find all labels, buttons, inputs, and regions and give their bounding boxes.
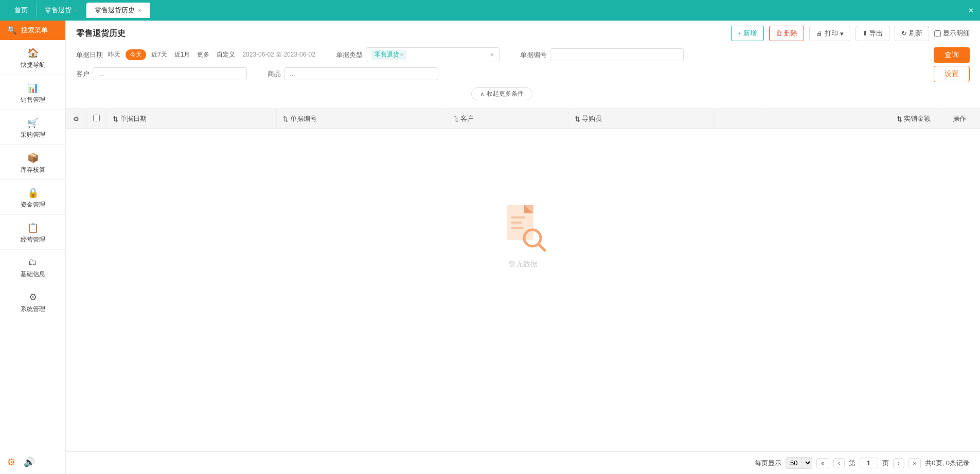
settings-bottom-icon[interactable]: ⚙: [7, 457, 15, 468]
show-detail-checkbox[interactable]: [934, 30, 941, 37]
window-close-button[interactable]: ✕: [968, 7, 974, 14]
sidebar-item-inventory[interactable]: 📦 库存核算: [0, 145, 65, 180]
th-bill-no: ⇅ 单据编号: [276, 109, 447, 129]
last-page-button[interactable]: »: [908, 458, 921, 468]
date-opt-7days[interactable]: 近7天: [149, 49, 169, 60]
sidebar-item-sales[interactable]: 📊 销售管理: [0, 75, 65, 110]
customer-label: 客户: [76, 69, 90, 79]
th-bill-date-sort-icon[interactable]: ⇅: [113, 115, 118, 123]
sales-icon: 📊: [27, 82, 39, 94]
action-buttons: 查询 设置: [934, 47, 970, 82]
query-button-label: 查询: [945, 50, 959, 59]
date-opt-custom[interactable]: 自定义: [215, 49, 237, 60]
filter-row-2: 客户 商品: [76, 67, 928, 80]
next-page-button[interactable]: ›: [893, 458, 904, 468]
th-customer-sort-icon[interactable]: ⇅: [453, 115, 459, 123]
sidebar-item-sales-label: 销售管理: [21, 96, 45, 104]
date-opt-yesterday[interactable]: 昨天: [106, 49, 122, 60]
new-button[interactable]: + 新增: [731, 26, 763, 41]
first-page-button[interactable]: «: [816, 458, 829, 468]
empty-text: 暂无数据: [509, 260, 538, 269]
bill-type-tag-close[interactable]: ×: [400, 52, 403, 58]
filter-settings-button[interactable]: 设置: [934, 66, 970, 82]
sidebar-item-finance[interactable]: 🔒 资金管理: [0, 180, 65, 215]
page-title: 零售退货历史: [76, 28, 126, 39]
toolbar: + 新增 🗑 删除 🖨 打印 ▾ ⬆ 导出 ↻ 刷新: [731, 26, 970, 41]
main-content: 零售退货历史 + 新增 🗑 删除 🖨 打印 ▾ ⬆ 导出: [66, 21, 980, 474]
audio-icon[interactable]: 🔊: [24, 457, 35, 468]
th-settings[interactable]: ⚙: [66, 109, 86, 129]
empty-state: 暂无数据: [66, 160, 980, 310]
empty-svg: [497, 201, 549, 252]
prev-page-button[interactable]: ‹: [833, 458, 845, 468]
tab-list: 首页 零售退货 × 零售退货历史 ×: [6, 3, 150, 18]
table-header-row: ⚙ ⇅ 单据日期 ⇅: [66, 109, 980, 129]
bill-type-select[interactable]: 零售退货 × ▾: [366, 47, 500, 62]
date-opt-today[interactable]: 今天: [126, 49, 146, 60]
th-amount-sort-icon[interactable]: ⇅: [897, 115, 902, 123]
show-detail-label: 显示明细: [943, 29, 970, 38]
collapse-button[interactable]: ∧ 收起更多条件: [471, 87, 532, 100]
bill-no-input[interactable]: [550, 48, 684, 61]
th-bill-no-label: 单据编号: [290, 114, 317, 123]
tab-retail-return-close[interactable]: ×: [75, 7, 78, 13]
sidebar-item-basic-info[interactable]: 🗂 基础信息: [0, 250, 65, 284]
inventory-icon: 📦: [27, 152, 39, 163]
customer-filter: 客户: [76, 67, 247, 80]
date-filter-label: 单据日期: [76, 50, 103, 60]
page-number-input[interactable]: [860, 458, 878, 468]
delete-button[interactable]: 🗑 删除: [769, 26, 805, 41]
empty-illustration: [497, 201, 549, 252]
print-button[interactable]: 🖨 打印 ▾: [809, 26, 850, 41]
th-customer-label: 客户: [460, 114, 474, 123]
system-icon: ⚙: [29, 291, 37, 303]
query-button[interactable]: 查询: [934, 47, 970, 63]
svg-rect-5: [511, 227, 524, 229]
sidebar-item-basic-info-label: 基础信息: [21, 270, 45, 279]
page-unit: 页: [882, 459, 889, 468]
sidebar-item-management[interactable]: 📋 经营管理: [0, 215, 65, 250]
goods-input[interactable]: [284, 67, 438, 80]
select-all-checkbox[interactable]: [93, 115, 100, 121]
management-icon: 📋: [27, 222, 39, 233]
date-filter: 单据日期 昨天 今天 近7天 近1月 更多 自定义 2023-06-02 至 2…: [76, 49, 315, 60]
basic-info-icon: 🗂: [28, 257, 38, 268]
page-title-row: 零售退货历史 + 新增 🗑 删除 🖨 打印 ▾ ⬆ 导出: [76, 26, 970, 41]
sidebar: 🔍 搜索菜单 🏠 快捷导航 📊 销售管理 🛒 采购管理 📦 库存核算 🔒 资金管…: [0, 21, 66, 474]
date-options: 昨天 今天 近7天 近1月 更多 自定义: [106, 49, 237, 60]
page-size-label: 每页显示: [755, 459, 781, 468]
tab-retail-return-history[interactable]: 零售退货历史 ×: [86, 3, 150, 18]
date-opt-1month[interactable]: 近1月: [172, 49, 192, 60]
bill-type-tag: 零售退货 ×: [371, 50, 406, 60]
table-footer: 每页显示 50 20 100 « ‹ 第 页 › » 共0页, 0条记录: [66, 451, 980, 474]
tab-home[interactable]: 首页: [6, 3, 37, 18]
th-checkbox: [86, 109, 106, 129]
th-bill-no-sort-icon[interactable]: ⇅: [283, 115, 289, 123]
sidebar-item-quick-nav-label: 快捷导航: [21, 61, 45, 69]
tab-retail-return-history-label: 零售退货历史: [95, 6, 135, 15]
empty-state-row: 暂无数据: [66, 129, 980, 341]
svg-rect-3: [511, 216, 525, 218]
search-menu-button[interactable]: 🔍 搜索菜单: [0, 21, 65, 40]
page-size-select[interactable]: 50 20 100: [786, 457, 812, 469]
th-bill-date: ⇅ 单据日期: [106, 109, 276, 129]
sidebar-item-system[interactable]: ⚙ 系统管理: [0, 284, 65, 319]
filter-row-1: 单据日期 昨天 今天 近7天 近1月 更多 自定义 2023-06-02 至 2…: [76, 47, 928, 62]
tab-retail-return[interactable]: 零售退货 ×: [37, 3, 86, 18]
th-guide-sort-icon[interactable]: ⇅: [575, 115, 580, 123]
th-guide: ⇅ 导购员: [568, 109, 715, 129]
tab-retail-return-history-close[interactable]: ×: [138, 7, 141, 13]
refresh-button-label: ↻ 刷新: [901, 29, 922, 38]
refresh-button[interactable]: ↻ 刷新: [895, 26, 929, 41]
page-word: 第: [849, 459, 856, 468]
sidebar-item-purchase[interactable]: 🛒 采购管理: [0, 110, 65, 145]
sidebar-item-quick-nav[interactable]: 🏠 快捷导航: [0, 40, 65, 75]
date-range-display: 2023-06-02 至 2023-06-02: [242, 50, 315, 59]
export-button[interactable]: ⬆ 导出: [856, 26, 890, 41]
sidebar-item-finance-label: 资金管理: [21, 200, 45, 209]
show-detail-checkbox-label: 显示明细: [934, 29, 970, 38]
table-wrapper: ⚙ ⇅ 单据日期 ⇅: [66, 109, 980, 451]
customer-input[interactable]: [93, 67, 247, 80]
date-opt-more[interactable]: 更多: [195, 49, 211, 60]
svg-line-7: [539, 244, 545, 250]
